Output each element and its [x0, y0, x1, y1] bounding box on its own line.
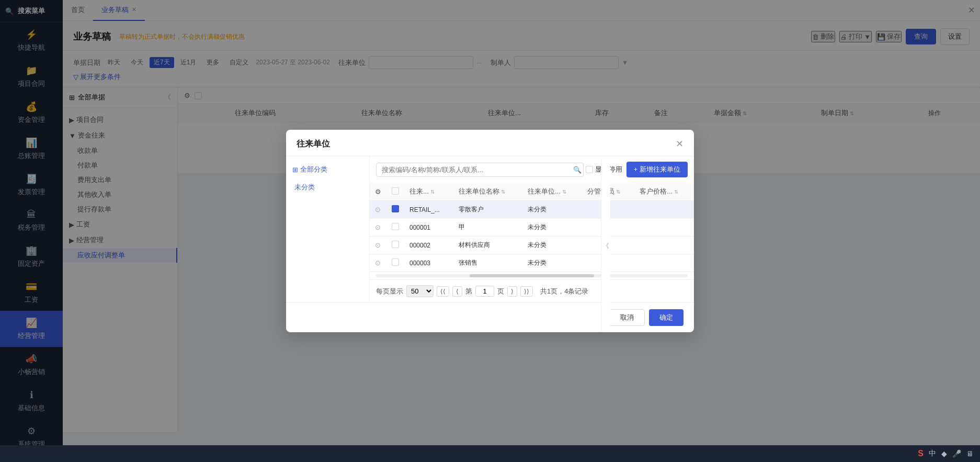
modal-body: ⊞ 全部分类 未分类 《 🔍 显示停用 + 新增往来单位	[286, 156, 694, 302]
row-name: 甲	[453, 219, 522, 236]
row-select-checkbox[interactable]	[392, 241, 399, 248]
modal-header: 往来单位 ✕	[286, 130, 694, 156]
row-name: 张销售	[453, 254, 522, 272]
row-price	[634, 201, 694, 219]
row-checkbox[interactable]	[386, 201, 404, 219]
row-settings-icon: ⊙	[370, 236, 386, 254]
row-settings-icon: ⊙	[370, 254, 386, 272]
partner-modal: 往来单位 ✕ ⊞ 全部分类 未分类 《 🔍	[286, 130, 694, 332]
row-code: 000001	[404, 219, 453, 236]
row-price	[634, 219, 694, 236]
page-prev-btn[interactable]: ⟨	[452, 286, 462, 297]
modal-overlay[interactable]: 往来单位 ✕ ⊞ 全部分类 未分类 《 🔍	[0, 0, 980, 462]
modal-search-icon[interactable]: 🔍	[573, 166, 582, 174]
settings-icon[interactable]: ⚙	[375, 188, 381, 196]
bottom-icon-zh[interactable]: 中	[929, 449, 936, 458]
page-first-btn[interactable]: ⟨⟨	[437, 286, 449, 297]
row-code: 000003	[404, 254, 453, 272]
modal-table-row[interactable]: ⊙ 000002 材料供应商 未分类	[370, 236, 694, 254]
row-category: 未分类	[522, 201, 582, 219]
modal-col-name[interactable]: 往来单位名称⇅	[453, 183, 522, 201]
modal-footer: 取消 确定	[286, 302, 694, 332]
add-partner-btn[interactable]: + 新增往来单位	[626, 162, 688, 177]
row-select-checkbox[interactable]	[392, 223, 399, 230]
row-settings-icon: ⊙	[370, 219, 386, 236]
row-code: 000002	[404, 236, 453, 254]
bottom-icon-s[interactable]: S	[918, 449, 924, 458]
modal-table-row[interactable]: ⊙ 000001 甲 未分类	[370, 219, 694, 236]
cancel-btn[interactable]: 取消	[609, 309, 645, 326]
modal-col-code[interactable]: 往来...⇅	[404, 183, 453, 201]
modal-title: 往来单位	[297, 139, 330, 150]
modal-col-price[interactable]: 客户价格...⇅	[634, 183, 694, 201]
row-select-checkbox[interactable]	[392, 258, 399, 266]
modal-table-row[interactable]: ⊙ RETAIL_... 零散客户 未分类	[370, 201, 694, 219]
partner-search-input[interactable]	[376, 163, 584, 177]
per-page-select[interactable]: 50 100 200	[406, 285, 434, 297]
modal-select-all[interactable]	[392, 187, 399, 195]
row-category: 未分类	[522, 236, 582, 254]
confirm-btn[interactable]: 确定	[649, 309, 683, 326]
page-unit-label: 页	[497, 287, 504, 296]
row-checkbox[interactable]	[386, 219, 404, 236]
modal-search-bar: 🔍 显示停用 + 新增往来单位	[370, 162, 694, 183]
bottom-icon-diamond[interactable]: ◆	[941, 449, 947, 458]
category-item-uncategorized[interactable]: 未分类	[286, 178, 369, 196]
total-info: 共1页，4条记录	[540, 287, 588, 296]
row-checkbox[interactable]	[386, 236, 404, 254]
grid-icon-cat: ⊞	[292, 166, 298, 174]
page-next-btn[interactable]: ⟩	[507, 286, 517, 297]
page-label: 第	[465, 287, 472, 296]
modal-scrollbar[interactable]	[376, 274, 688, 277]
per-page-label: 每页显示	[376, 287, 403, 296]
modal-table-area: 🔍 显示停用 + 新增往来单位 ⚙ 往来...⇅	[370, 156, 694, 302]
row-name: 零散客户	[453, 201, 522, 219]
page-last-btn[interactable]: ⟩⟩	[520, 286, 533, 297]
row-code: RETAIL_...	[404, 201, 453, 219]
row-category: 未分类	[522, 219, 582, 236]
category-header: ⊞ 全部分类	[286, 161, 369, 178]
modal-table-wrap: ⚙ 往来...⇅ 往来单位名称⇅ 往来单位...⇅ 分管人员⇅ 客户价格...⇅…	[370, 183, 694, 272]
modal-col-settings: ⚙	[370, 183, 386, 201]
category-header-label: 全部分类	[300, 165, 327, 174]
category-sidebar: ⊞ 全部分类 未分类 《	[286, 156, 370, 302]
row-settings-icon: ⊙	[370, 201, 386, 219]
modal-close-btn[interactable]: ✕	[676, 138, 683, 150]
modal-partner-table: ⚙ 往来...⇅ 往来单位名称⇅ 往来单位...⇅ 分管人员⇅ 客户价格...⇅…	[370, 183, 694, 272]
modal-col-checkbox	[386, 183, 404, 201]
row-name: 材料供应商	[453, 236, 522, 254]
modal-col-category[interactable]: 往来单位...⇅	[522, 183, 582, 201]
modal-scrollbar-thumb	[470, 274, 594, 277]
modal-table-row[interactable]: ⊙ 000003 张销售 未分类	[370, 254, 694, 272]
bottom-bar: S 中 ◆ 🎤 🖥	[0, 445, 980, 462]
row-select-checkbox[interactable]	[392, 205, 399, 212]
row-price	[634, 236, 694, 254]
page-number-input[interactable]	[475, 286, 494, 297]
row-checkbox[interactable]	[386, 254, 404, 272]
row-price	[634, 254, 694, 272]
modal-pagination: 每页显示 50 100 200 ⟨⟨ ⟨ 第 页 ⟩ ⟩⟩ 共1页，4条记录	[370, 279, 694, 302]
category-collapse-btn[interactable]: 《	[601, 159, 610, 302]
row-category: 未分类	[522, 254, 582, 272]
show-disabled-checkbox[interactable]	[586, 166, 593, 173]
bottom-icon-mic[interactable]: 🎤	[952, 449, 961, 458]
bottom-icon-monitor[interactable]: 🖥	[966, 449, 974, 458]
